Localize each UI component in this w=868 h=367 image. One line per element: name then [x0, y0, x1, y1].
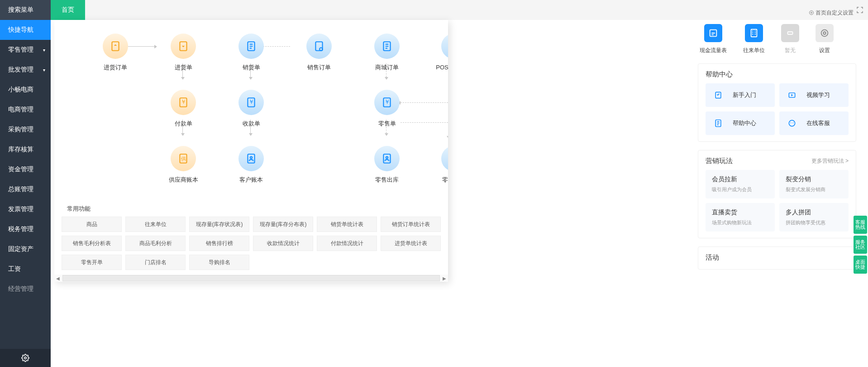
svg-point-35 — [793, 122, 794, 123]
flow-diagram: 进货订单 进货单 销货单 销售订单 商城订单 ￥付款单 ￥收款单 ￥零售单 供供… — [54, 20, 448, 202]
common-func-button[interactable]: 往来单位 — [125, 217, 186, 232]
doc-icon — [306, 34, 332, 59]
flow-node-retail-out[interactable]: 零售出库 — [353, 146, 421, 202]
common-func-button[interactable]: 付款情况统计 — [317, 236, 377, 251]
flow-node-sales[interactable]: 销货单 — [217, 34, 285, 90]
sidebar-label: 快捷导航 — [8, 26, 33, 34]
sidebar-ops[interactable]: 经营管理 — [0, 279, 51, 299]
svg-rect-4 — [315, 42, 322, 51]
sidebar-tax[interactable]: 税务管理 — [0, 219, 51, 239]
common-func-button[interactable]: 商品毛利分析 — [125, 236, 186, 251]
sidebar-quicknav[interactable]: 快捷导航 — [0, 20, 51, 40]
scroll-left-button[interactable]: ◀ — [54, 275, 62, 282]
more-link[interactable]: 更多营销玩法 > — [811, 157, 849, 165]
common-func-button[interactable]: 销货单统计表 — [317, 217, 377, 232]
promo-card[interactable]: 会员拉新吸引用户成为会员 — [706, 170, 775, 198]
sidebar-search[interactable]: 搜索菜单 — [0, 0, 51, 20]
common-func-button[interactable]: 现存量(库存状况表) — [189, 217, 249, 232]
settings-link-label: 首页自定义设置 — [816, 10, 854, 16]
sidebar-label: 搜索菜单 — [8, 6, 33, 14]
flow-node-retail[interactable]: ￥零售单 — [353, 90, 421, 146]
flow-node-purchase[interactable]: 进货单 — [149, 34, 217, 90]
promo-title: 多人拼团 — [786, 208, 842, 217]
promo-card[interactable]: 多人拼团拼团购物享受优惠 — [779, 203, 849, 232]
common-func-button[interactable]: 零售开单 — [62, 255, 122, 270]
dashboard-tile[interactable]: 现金流量表 — [700, 24, 727, 54]
promo-title: 裂变分销 — [786, 175, 842, 184]
chevron-down-icon: ▾ — [43, 48, 45, 53]
sidebar-fixedasset[interactable]: 固定资产 — [0, 239, 51, 259]
tile-icon — [745, 24, 763, 42]
promo-subtitle: 场景式购物新玩法 — [712, 219, 768, 226]
common-func-button[interactable]: 现存量(库存分布表) — [253, 217, 313, 232]
flow-node-customer-ledger[interactable]: 客户账本 — [217, 146, 285, 202]
help-item[interactable]: 在线客服 — [779, 111, 849, 135]
gear-icon — [21, 354, 29, 362]
sidebar-settings[interactable] — [0, 349, 51, 367]
sidebar-ec2[interactable]: 电商管理 — [0, 100, 51, 120]
sidebar-wholesale[interactable]: 批发管理▾ — [0, 60, 51, 80]
dashboard-tile[interactable]: 往来单位 — [743, 24, 765, 54]
common-func-button[interactable]: 导购排名 — [189, 255, 249, 270]
dashboard-tile[interactable]: 设置 — [816, 24, 834, 54]
flow-node-receipt[interactable]: ￥收款单 — [217, 90, 285, 146]
promo-card[interactable]: 直播卖货场景式购物新玩法 — [706, 203, 775, 232]
scroll-right-button[interactable]: ▶ — [441, 275, 448, 282]
sidebar-stock[interactable]: 库存核算 — [0, 140, 51, 159]
common-func-button[interactable]: 进货单统计表 — [381, 236, 441, 251]
sidebar: 搜索菜单 快捷导航 零售管理▾ 批发管理▾ 小畅电商 电商管理 采购管理 库存核… — [0, 0, 51, 367]
sidebar-salary[interactable]: 工资 — [0, 259, 51, 279]
sidebar-label: 库存核算 — [8, 145, 33, 154]
expand-icon — [856, 6, 863, 14]
common-func-button[interactable]: 门店排名 — [125, 255, 186, 270]
list-icon — [238, 34, 264, 59]
floater-community[interactable]: 服务社区 — [854, 236, 867, 254]
promo-card[interactable]: 裂变分销裂变式发展分销商 — [779, 170, 849, 198]
sidebar-invoice[interactable]: 发票管理 — [0, 199, 51, 219]
list-icon — [374, 34, 400, 59]
flow-label: 零售单 — [378, 120, 396, 128]
flow-node-sales-order[interactable]: 销售订单 — [285, 34, 353, 90]
sidebar-retail[interactable]: 零售管理▾ — [0, 40, 51, 60]
dashboard-tile[interactable]: 暂无 — [781, 24, 799, 54]
horizontal-scrollbar[interactable]: ◀ ▶ — [54, 275, 448, 282]
panel-title: 营销玩法 — [706, 157, 733, 165]
floater-hotline[interactable]: 客服热线 — [854, 216, 867, 234]
sidebar-purchase[interactable]: 采购管理 — [0, 120, 51, 140]
floater-desktop[interactable]: 桌面快捷 — [854, 256, 867, 274]
scroll-track[interactable] — [62, 275, 440, 281]
svg-point-5 — [320, 48, 323, 51]
tile-icon — [781, 24, 799, 42]
svg-point-33 — [789, 120, 795, 126]
panel-title: 帮助中心 — [706, 70, 733, 79]
common-func-button[interactable]: 销售排行榜 — [189, 236, 249, 251]
book-icon: 供 — [171, 146, 196, 171]
help-icon — [712, 117, 725, 130]
sidebar-ledger[interactable]: 总账管理 — [0, 179, 51, 199]
flow-node-mall-order[interactable]: 商城订单 — [353, 34, 421, 90]
common-func-button[interactable]: 商品 — [62, 217, 122, 232]
sidebar-label: 资金管理 — [8, 165, 33, 174]
help-item[interactable]: 新手入门 — [706, 83, 775, 107]
money-icon: ￥ — [171, 90, 196, 115]
floater-label: 服务社区 — [854, 240, 867, 250]
flow-node-payment[interactable]: ￥付款单 — [149, 90, 217, 146]
help-item[interactable]: 帮助中心 — [706, 111, 775, 135]
svg-rect-26 — [751, 29, 757, 37]
activity-panel: 活动 — [698, 246, 856, 270]
help-item[interactable]: 视频学习 — [779, 83, 849, 107]
flow-node-supplier-ledger[interactable]: 供供应商账本 — [149, 146, 217, 202]
sidebar-label: 发票管理 — [8, 205, 33, 213]
home-settings-link[interactable]: 首页自定义设置 — [698, 9, 856, 17]
svg-point-24 — [809, 11, 813, 15]
quicknav-flyout: 进货订单 进货单 销货单 销售订单 商城订单 ￥付款单 ￥收款单 ￥零售单 供供… — [54, 20, 448, 282]
common-func-button[interactable]: 销货订单统计表 — [381, 217, 441, 232]
common-func-button[interactable]: 销售毛利分析表 — [62, 236, 122, 251]
sidebar-label: 电商管理 — [8, 106, 33, 114]
common-func-button[interactable]: 收款情况统计 — [253, 236, 313, 251]
flow-node-purchase-order[interactable]: 进货订单 — [81, 34, 149, 90]
sidebar-ec1[interactable]: 小畅电商 — [0, 80, 51, 100]
tab-home[interactable]: 首页 — [51, 0, 85, 20]
sidebar-funds[interactable]: 资金管理 — [0, 159, 51, 179]
panel-title: 活动 — [706, 253, 719, 262]
